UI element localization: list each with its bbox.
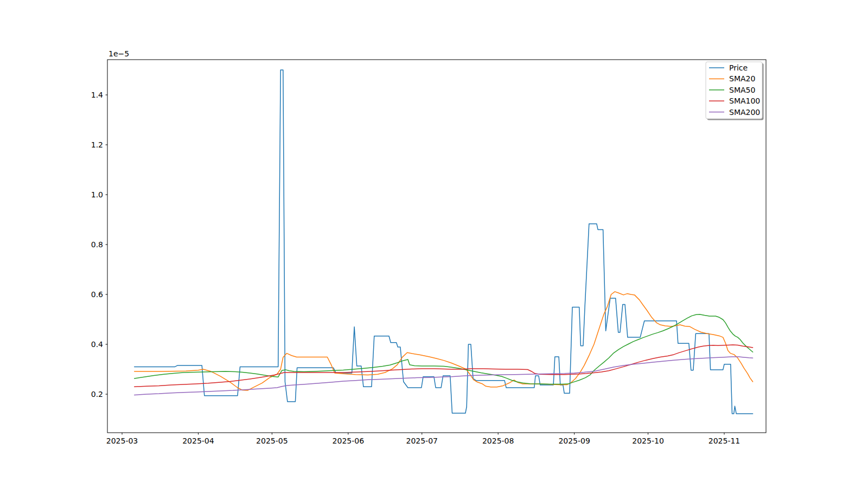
chart-canvas: 1e−52025-032025-042025-052025-062025-072… [0, 0, 868, 488]
x-tick-label: 2025-06 [333, 436, 365, 445]
y-tick-label: 1.4 [91, 91, 103, 99]
x-tick-label: 2025-04 [182, 436, 214, 445]
x-tick-label: 2025-03 [106, 436, 138, 445]
legend-label: SMA50 [729, 86, 755, 94]
y-tick-label: 1.0 [91, 190, 103, 199]
y-tick-label: 1.2 [91, 140, 103, 149]
legend-label: SMA20 [729, 74, 755, 83]
x-tick-label: 2025-05 [256, 436, 288, 445]
legend-label: SMA200 [729, 108, 760, 117]
figure: 1e−52025-032025-042025-052025-062025-072… [0, 0, 868, 488]
x-tick-label: 2025-08 [482, 436, 514, 445]
x-tick-label: 2025-11 [709, 436, 741, 445]
legend-label: Price [729, 63, 748, 72]
x-tick-label: 2025-07 [406, 436, 438, 445]
plot-border [107, 60, 766, 433]
legend: PriceSMA20SMA50SMA100SMA200 [706, 62, 764, 120]
x-tick-label: 2025-10 [632, 436, 664, 445]
y-tick-label: 0.6 [91, 290, 103, 299]
y-tick-label: 0.4 [91, 340, 103, 349]
x-tick-label: 2025-09 [558, 436, 590, 445]
y-axis-offset-label: 1e−5 [108, 49, 129, 58]
legend-label: SMA100 [729, 97, 760, 105]
y-tick-label: 0.8 [91, 240, 103, 249]
y-tick-label: 0.2 [91, 390, 103, 399]
